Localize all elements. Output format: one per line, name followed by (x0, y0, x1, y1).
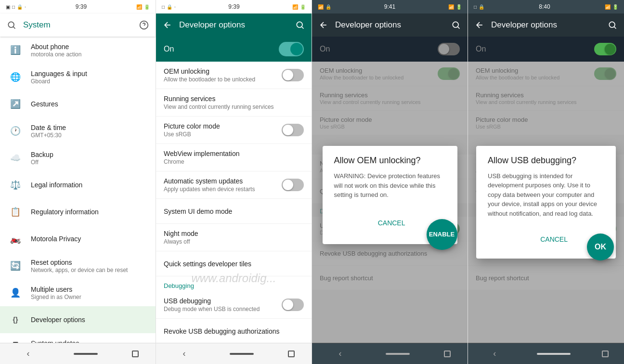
lock2-icon: 🔒 (167, 4, 172, 10)
back-btn-4[interactable]: ‹ (483, 345, 506, 363)
dot-icon: · (25, 4, 26, 10)
dev-item-sub-webview: Chrome (164, 158, 304, 165)
status-bar-4: □ 🔒 8:40 📶 🔋 (468, 0, 624, 13)
home-indicator-4[interactable] (537, 353, 571, 355)
wifi4-icon: 📶 (605, 4, 611, 10)
dev-item-tiles[interactable]: Quick settings developer tiles (156, 251, 312, 276)
search-icon-2[interactable] (294, 19, 306, 31)
dev-item-webview[interactable]: WebView implementation Chrome (156, 144, 312, 171)
dev-item-revoke[interactable]: Revoke USB debugging authorizations (156, 319, 312, 343)
back-icon-2[interactable] (162, 19, 173, 31)
dev-item-sub-oem: Allow the bootloader to be unlocked (164, 76, 282, 83)
wifi2-icon: 📶 (292, 4, 298, 10)
dev-item-text-color: Picture color mode Use sRGB (164, 122, 282, 138)
home-indicator-2[interactable] (230, 353, 254, 355)
settings-item-regulatory[interactable]: 📋 Regulatory information (0, 198, 156, 225)
bottom-nav-3: ‹ (312, 343, 468, 364)
search-icon-3[interactable] (450, 19, 462, 31)
dev-item-sub-night: Always off (164, 238, 304, 245)
color-toggle[interactable] (282, 124, 304, 136)
search-icon-4[interactable] (607, 19, 618, 31)
toolbar-title-3: Developer options (335, 20, 444, 30)
status-bar-3: 📶 🔒 9:41 📶 🔋 (312, 0, 468, 13)
recents-btn-4[interactable] (602, 351, 609, 357)
settings-text-about: About phone motorola one action (31, 43, 148, 58)
language-subtitle: Gboard (31, 78, 148, 85)
usb-ok-button[interactable]: OK (587, 234, 614, 260)
home-indicator-3[interactable] (386, 353, 410, 355)
toolbar-developer: Developer options (156, 13, 312, 37)
settings-item-about[interactable]: ℹ️ About phone motorola one action (0, 37, 156, 64)
dev-on-toggle-4[interactable] (594, 43, 616, 55)
dev-on-toggle-2[interactable] (279, 42, 304, 56)
settings-list-1: ℹ️ About phone motorola one action 🌐 Lan… (0, 37, 156, 343)
settings-item-backup[interactable]: ☁️ Backup Off (0, 144, 156, 171)
battery-icon: 🔋 (144, 4, 150, 10)
reset-icon: 🔄 (8, 258, 23, 273)
panel-oem-dialog: 📶 🔒 9:41 📶 🔋 Developer options On OEM un… (312, 0, 468, 364)
recents-btn-3[interactable] (444, 351, 451, 357)
dev-options-list: OEM unlocking Allow the bootloader to be… (156, 62, 312, 343)
panel-usb-dialog: □ 🔒 8:40 📶 🔋 Developer options On OEM un… (468, 0, 624, 364)
settings-item-gestures[interactable]: ↗️ Gestures (0, 91, 156, 117)
dev-on-label-2: On (164, 45, 279, 53)
dev-item-autoupdate[interactable]: Automatic system updates Apply updates w… (156, 171, 312, 199)
home-indicator-1[interactable] (74, 353, 98, 355)
recents-btn-2[interactable] (288, 351, 295, 357)
settings-item-legal[interactable]: ⚖️ Legal information (0, 171, 156, 198)
dev-item-usb[interactable]: USB debugging Debug mode when USB is con… (156, 291, 312, 319)
settings-item-developer[interactable]: {} Developer options (0, 306, 156, 333)
status-icons-left-4: □ 🔒 (474, 4, 484, 10)
dev-on-toggle-3[interactable] (438, 43, 460, 55)
usb-cancel-button[interactable]: Cancel (534, 232, 573, 247)
reset-title: Reset options (31, 259, 148, 266)
wifi3-icon: 📶 (318, 4, 324, 10)
back-icon-3[interactable] (318, 19, 329, 31)
users-icon: 👤 (8, 285, 23, 300)
dev-item-color[interactable]: Picture color mode Use sRGB (156, 117, 312, 144)
backup-icon: ☁️ (8, 150, 23, 166)
back-icon-4[interactable] (474, 19, 485, 31)
dev-item-sub-color: Use sRGB (164, 131, 282, 138)
users-title: Multiple users (31, 286, 148, 293)
settings-item-updates[interactable]: 📱 System updates Updated to Android 9 (0, 333, 156, 343)
dev-item-night[interactable]: Night mode Always off (156, 224, 312, 251)
settings-item-reset[interactable]: 🔄 Reset options Network, apps, or device… (0, 252, 156, 279)
wifi3r-icon: 📶 (448, 4, 454, 10)
battery4-icon: 🔋 (612, 4, 618, 10)
recents-btn-1[interactable] (132, 351, 139, 357)
developer-title: Developer options (31, 316, 148, 324)
language-icon: 🌐 (8, 69, 23, 85)
usb-toggle[interactable] (282, 299, 304, 311)
dev-item-text-demo: System UI demo mode (164, 208, 304, 215)
oem-enable-button[interactable]: Enable (427, 219, 457, 250)
backup-subtitle: Off (31, 159, 148, 166)
toolbar-oem: Developer options (312, 13, 468, 37)
settings-item-language[interactable]: 🌐 Languages & input Gboard (0, 64, 156, 91)
toolbar-title-2: Developer options (179, 20, 288, 30)
language-title: Languages & input (31, 70, 148, 78)
dev-item-title-tiles: Quick settings developer tiles (164, 260, 304, 268)
lock4-icon: 🔒 (479, 4, 484, 10)
dev-item-running[interactable]: Running services View and control curren… (156, 89, 312, 117)
oem-toggle[interactable] (282, 69, 304, 81)
settings-text-updates: System updates Updated to Android 9 (31, 339, 148, 343)
dev-item-demo[interactable]: System UI demo mode (156, 199, 312, 224)
dev-item-oem[interactable]: OEM unlocking Allow the bootloader to be… (156, 62, 312, 89)
back-btn-1[interactable]: ‹ (17, 345, 39, 363)
back-btn-2[interactable]: ‹ (173, 345, 195, 363)
legal-icon: ⚖️ (8, 177, 23, 193)
storage2-icon: □ (162, 4, 165, 10)
oem-cancel-button[interactable]: Cancel (372, 208, 411, 238)
autoupdate-toggle[interactable] (282, 179, 304, 191)
sim-icon: ▣ (6, 4, 10, 10)
settings-item-users[interactable]: 👤 Multiple users Signed in as Owner (0, 279, 156, 306)
developer-icon: {} (8, 312, 23, 327)
dev-item-title-night: Night mode (164, 230, 304, 237)
back-btn-3[interactable]: ‹ (329, 345, 351, 363)
settings-item-datetime[interactable]: 🕐 Date & time GMT+05:30 (0, 117, 156, 144)
search-icon-1[interactable] (6, 19, 17, 31)
help-icon-1[interactable] (138, 19, 150, 31)
dev-item-title-color: Picture color mode (164, 122, 282, 130)
settings-item-motorola[interactable]: 🏍️ Motorola Privacy (0, 225, 156, 252)
